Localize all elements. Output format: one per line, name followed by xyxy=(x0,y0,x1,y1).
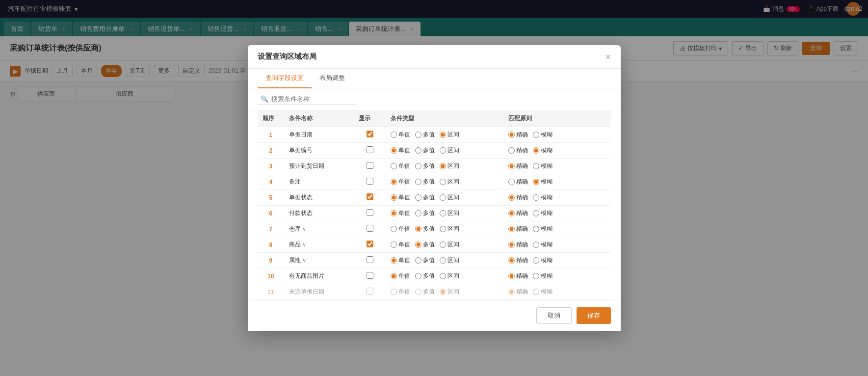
type-radio-type_multi[interactable]: 多值 xyxy=(415,193,435,202)
match-radio-match_exact[interactable]: 精确 xyxy=(508,272,528,280)
type-radio-type_multi[interactable]: 多值 xyxy=(415,241,435,249)
type-radio-type_range[interactable]: 区间 xyxy=(440,178,459,186)
table-row: 2单据编号单值多值区间精确模糊 xyxy=(258,143,611,159)
row-show-cell[interactable] xyxy=(354,221,386,237)
show-checkbox[interactable] xyxy=(367,272,373,279)
type-radio-type_range[interactable]: 区间 xyxy=(440,209,459,217)
match-radio-match_fuzzy[interactable]: 模糊 xyxy=(533,146,552,155)
dialog-close-button[interactable]: × xyxy=(605,53,611,61)
dialog-tab-layout[interactable]: 布局调整 xyxy=(312,69,353,88)
match-radio-match_fuzzy[interactable]: 模糊 xyxy=(533,288,552,296)
row-order: 7 xyxy=(258,221,285,237)
type-radio-type_single[interactable]: 单值 xyxy=(391,288,410,296)
type-radio-type_multi[interactable]: 多值 xyxy=(415,162,435,170)
row-name: 有无商品图片 xyxy=(284,269,354,284)
type-radio-type_single[interactable]: 单值 xyxy=(391,225,410,233)
type-radio-type_range[interactable]: 区间 xyxy=(440,193,459,202)
type-radio-type_single[interactable]: 单值 xyxy=(391,146,410,155)
show-checkbox[interactable] xyxy=(367,288,373,295)
row-show-cell[interactable] xyxy=(354,237,386,253)
row-order: 11 xyxy=(258,284,285,300)
type-radio-type_multi[interactable]: 多值 xyxy=(415,288,435,296)
row-match-cell: 精确模糊 xyxy=(503,159,610,174)
table-row: 10有无商品图片单值多值区间精确模糊 xyxy=(258,269,611,284)
match-radio-match_fuzzy[interactable]: 模糊 xyxy=(533,209,552,217)
match-radio-match_exact[interactable]: 精确 xyxy=(508,131,528,139)
match-radio-match_exact[interactable]: 精确 xyxy=(508,178,528,186)
type-radio-type_single[interactable]: 单值 xyxy=(391,209,410,217)
type-radio-type_multi[interactable]: 多值 xyxy=(415,146,435,155)
type-radio-type_multi[interactable]: 多值 xyxy=(415,256,435,265)
show-checkbox[interactable] xyxy=(367,225,373,232)
dialog-tab-fields[interactable]: 查询字段设置 xyxy=(258,69,312,88)
row-show-cell[interactable] xyxy=(354,174,386,190)
dialog-footer: 取消 保存 xyxy=(248,300,621,331)
row-order: 4 xyxy=(258,174,285,190)
row-show-cell[interactable] xyxy=(354,159,386,174)
search-input[interactable] xyxy=(271,95,350,103)
type-radio-type_multi[interactable]: 多值 xyxy=(415,209,435,217)
show-checkbox[interactable] xyxy=(367,193,373,200)
type-radio-type_range[interactable]: 区间 xyxy=(440,146,459,155)
match-radio-match_fuzzy[interactable]: 模糊 xyxy=(533,256,552,265)
row-match-cell: 精确模糊 xyxy=(503,174,610,190)
match-radio-match_fuzzy[interactable]: 模糊 xyxy=(533,193,552,202)
type-radio-type_range[interactable]: 区间 xyxy=(440,162,459,170)
match-radio-match_exact[interactable]: 精确 xyxy=(508,225,528,233)
show-checkbox[interactable] xyxy=(367,146,373,153)
match-radio-match_fuzzy[interactable]: 模糊 xyxy=(533,131,552,139)
type-radio-type_single[interactable]: 单值 xyxy=(391,193,410,202)
row-show-cell[interactable] xyxy=(354,143,386,159)
save-button[interactable]: 保存 xyxy=(577,307,611,324)
row-show-cell[interactable] xyxy=(354,284,386,300)
type-radio-type_single[interactable]: 单值 xyxy=(391,256,410,265)
show-checkbox[interactable] xyxy=(367,256,373,263)
type-radio-type_multi[interactable]: 多值 xyxy=(415,178,435,186)
type-radio-type_single[interactable]: 单值 xyxy=(391,178,410,186)
row-order: 1 xyxy=(258,127,285,143)
type-radio-type_multi[interactable]: 多值 xyxy=(415,131,435,139)
match-radio-match_exact[interactable]: 精确 xyxy=(508,146,528,155)
row-show-cell[interactable] xyxy=(354,127,386,143)
match-radio-match_fuzzy[interactable]: 模糊 xyxy=(533,178,552,186)
row-show-cell[interactable] xyxy=(354,190,386,206)
type-radio-type_range[interactable]: 区间 xyxy=(440,272,459,280)
type-radio-type_single[interactable]: 单值 xyxy=(391,241,410,249)
show-checkbox[interactable] xyxy=(367,162,373,169)
match-radio-match_exact[interactable]: 精确 xyxy=(508,288,528,296)
show-checkbox[interactable] xyxy=(367,209,373,216)
type-radio-type_range[interactable]: 区间 xyxy=(440,241,459,249)
match-radio-match_exact[interactable]: 精确 xyxy=(508,209,528,217)
match-radio-match_fuzzy[interactable]: 模糊 xyxy=(533,162,552,170)
match-radio-match_fuzzy[interactable]: 模糊 xyxy=(533,272,552,280)
match-radio-match_exact[interactable]: 精确 xyxy=(508,241,528,249)
match-radio-match_fuzzy[interactable]: 模糊 xyxy=(533,225,552,233)
row-order: 3 xyxy=(258,159,285,174)
row-name: 付款状态 xyxy=(284,206,354,221)
row-order: 8 xyxy=(258,237,285,253)
show-checkbox[interactable] xyxy=(367,131,373,137)
row-match-cell: 精确模糊 xyxy=(503,190,610,206)
match-radio-match_fuzzy[interactable]: 模糊 xyxy=(533,241,552,249)
type-radio-type_multi[interactable]: 多值 xyxy=(415,272,435,280)
type-radio-type_range[interactable]: 区间 xyxy=(440,225,459,233)
match-radio-match_exact[interactable]: 精确 xyxy=(508,256,528,265)
type-radio-type_range[interactable]: 区间 xyxy=(440,288,459,296)
show-checkbox[interactable] xyxy=(367,178,373,185)
match-radio-match_exact[interactable]: 精确 xyxy=(508,162,528,170)
type-radio-type_single[interactable]: 单值 xyxy=(391,131,410,139)
type-radio-type_single[interactable]: 单值 xyxy=(391,162,410,170)
row-show-cell[interactable] xyxy=(354,206,386,221)
type-radio-type_multi[interactable]: 多值 xyxy=(415,225,435,233)
row-type-cell: 单值多值区间 xyxy=(386,127,503,143)
type-radio-type_range[interactable]: 区间 xyxy=(440,131,459,139)
show-checkbox[interactable] xyxy=(367,241,373,247)
type-radio-type_single[interactable]: 单值 xyxy=(391,272,410,280)
row-order: 6 xyxy=(258,206,285,221)
row-show-cell[interactable] xyxy=(354,269,386,284)
type-radio-type_range[interactable]: 区间 xyxy=(440,256,459,265)
row-show-cell[interactable] xyxy=(354,253,386,269)
match-radio-match_exact[interactable]: 精确 xyxy=(508,193,528,202)
th-show: 显示 xyxy=(354,110,386,127)
cancel-button[interactable]: 取消 xyxy=(536,307,572,324)
